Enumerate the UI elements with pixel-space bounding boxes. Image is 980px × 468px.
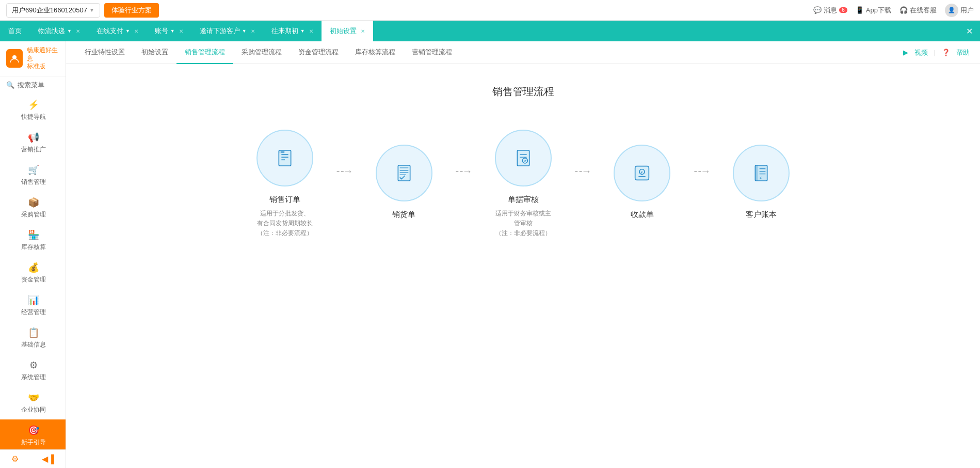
sidebar: 畅康通好生意 标准版 🔍 搜索菜单 ⚡ 快捷导航 📢 营销推广 🛒 销售管理 📦 [0, 41, 66, 468]
flow-steps: 销售订单 适用于分批发货、有合同发货周期较长（注：非必要流程） - -→ [97, 130, 949, 239]
sidebar-item-inventory[interactable]: 🏪 库存核算 [0, 224, 66, 257]
app-download-btn[interactable]: 📱 App下载 [856, 6, 891, 15]
video-label[interactable]: 视频 [914, 48, 928, 57]
flow-step-sales-invoice: 销货单 [358, 145, 451, 224]
flow-step-receipt: ¥ 收款单 [596, 145, 688, 224]
sub-tab-initial-label: 初始设置 [141, 48, 168, 56]
sub-tab-inventory-flow[interactable]: 库存核算流程 [347, 41, 404, 64]
message-badge: 6 [839, 7, 847, 13]
sidebar-logo: 畅康通好生意 标准版 [0, 41, 66, 76]
experience-btn[interactable]: 体验行业方案 [104, 3, 159, 18]
sub-tab-sales-flow-label: 销售管理流程 [185, 48, 225, 56]
tab-logistics-label: 物流快递 [38, 26, 65, 36]
sub-tab-actions: ▶ 视频 | ❓ 帮助 [903, 48, 970, 57]
sidebar-search-label: 搜索菜单 [18, 81, 44, 90]
sidebar-item-label: 基础信息 [21, 340, 46, 349]
logo-line2: 标准版 [27, 63, 59, 71]
tab-payment-label: 在线支付 [97, 26, 123, 36]
sidebar-item-finance[interactable]: 💰 资金管理 [0, 257, 66, 289]
logo-text: 畅康通好生意 标准版 [27, 46, 59, 71]
marketing-icon: 📢 [28, 132, 39, 143]
audit-icon [513, 148, 534, 168]
svg-rect-8 [399, 167, 408, 168]
sidebar-item-system[interactable]: ⚙ 系统管理 [0, 354, 66, 387]
sub-tab-industry[interactable]: 行业特性设置 [76, 41, 133, 64]
sidebar-item-label: 销售管理 [21, 178, 46, 186]
chevron-down-icon: ▼ [300, 28, 305, 34]
sidebar-search-btn[interactable]: 🔍 搜索菜单 [0, 76, 66, 94]
sub-tab-purchase-flow-label: 采购管理流程 [242, 48, 282, 56]
sub-tab-marketing-flow[interactable]: 营销管理流程 [404, 41, 460, 64]
step-circle-2 [376, 145, 432, 201]
sidebar-item-guide[interactable]: 🎯 新手引导 [0, 419, 66, 449]
headset-icon: 🎧 [899, 6, 908, 14]
step-name-4: 收款单 [631, 210, 654, 220]
sidebar-item-label: 营销推广 [21, 145, 46, 154]
step-name-2: 销货单 [392, 210, 415, 220]
tab-period[interactable]: 往来期初 ▼ ✕ [263, 21, 322, 41]
top-bar-left: 用户690企业1660120507 ▼ 体验行业方案 [6, 3, 159, 18]
logo-icon [6, 49, 23, 68]
sidebar-item-operations[interactable]: 📊 经营管理 [0, 289, 66, 322]
svg-text:¥: ¥ [641, 170, 643, 174]
app-download-label: App下载 [866, 6, 891, 15]
nav-tabs: 首页 物流快递 ▼ ✕ 在线支付 ▼ ✕ 账号 ▼ ✕ 邀请下游客户 ▼ ✕ 往… [0, 21, 980, 41]
sidebar-item-basic-info[interactable]: 📋 基础信息 [0, 322, 66, 354]
sidebar-item-enterprise[interactable]: 🤝 企业协同 [0, 387, 66, 419]
sidebar-item-marketing[interactable]: 📢 营销推广 [0, 127, 66, 159]
step-name-3: 单据审核 [508, 195, 539, 205]
sales-order-icon [275, 148, 295, 168]
top-bar-right: 💬 消息 6 📱 App下载 🎧 在线客服 👤 用户 [813, 4, 974, 17]
sidebar-item-purchase[interactable]: 📦 采购管理 [0, 192, 66, 224]
tab-payment[interactable]: 在线支付 ▼ ✕ [88, 21, 147, 41]
settings-icon[interactable]: ⚙ [11, 454, 19, 464]
enterprise-icon: 🤝 [28, 392, 39, 403]
sub-tab-initial[interactable]: 初始设置 [133, 41, 176, 64]
help-label[interactable]: 帮助 [956, 48, 970, 57]
sub-tab-finance-flow[interactable]: 资金管理流程 [290, 41, 347, 64]
sub-tab-inventory-flow-label: 库存核算流程 [355, 48, 395, 56]
step-circle-5: ¥ [733, 145, 790, 201]
tab-account[interactable]: 账号 ▼ ✕ [147, 21, 191, 41]
svg-rect-6 [281, 151, 284, 153]
download-icon: 📱 [856, 6, 864, 14]
tab-initial-setup[interactable]: 初始设置 ✕ [322, 21, 373, 41]
tab-account-label: 账号 [155, 26, 168, 36]
close-icon[interactable]: ✕ [179, 28, 183, 34]
close-icon[interactable]: ✕ [309, 28, 313, 34]
sidebar-item-sales[interactable]: 🛒 销售管理 [0, 159, 66, 192]
close-icon[interactable]: ✕ [361, 28, 365, 34]
flow-title: 销售管理流程 [97, 85, 949, 99]
user-avatar-area[interactable]: 👤 用户 [945, 4, 974, 17]
step-circle-3 [495, 130, 552, 186]
sub-tab-sales-flow[interactable]: 销售管理流程 [176, 41, 233, 64]
tab-home-label: 首页 [8, 26, 22, 36]
tab-invite[interactable]: 邀请下游客户 ▼ ✕ [191, 21, 263, 41]
chevron-down-icon: ▼ [67, 28, 72, 34]
collapse-icon[interactable]: ◀▐ [42, 454, 54, 464]
sub-tab-finance-flow-label: 资金管理流程 [298, 48, 339, 56]
sidebar-item-quick-nav[interactable]: ⚡ 快捷导航 [0, 94, 66, 127]
flow-step-ledger: ¥ 客户账本 [715, 145, 808, 224]
close-icon[interactable]: ✕ [251, 28, 255, 34]
sub-tab-purchase-flow[interactable]: 采购管理流程 [233, 41, 290, 64]
tab-initial-setup-label: 初始设置 [330, 26, 357, 36]
tab-logistics[interactable]: 物流快递 ▼ ✕ [30, 21, 88, 41]
flow-container: 销售管理流程 销售订单 适用于分 [66, 64, 980, 259]
sidebar-item-label: 新手引导 [21, 438, 46, 447]
search-icon: 🔍 [6, 81, 14, 89]
nav-close-all-btn[interactable]: ✕ [959, 21, 980, 41]
user-selector[interactable]: 用户690企业1660120507 ▼ [6, 3, 100, 18]
purchase-icon: 📦 [28, 197, 39, 208]
close-icon[interactable]: ✕ [76, 28, 80, 34]
sidebar-item-label: 库存核算 [21, 243, 46, 252]
chevron-down-icon: ▼ [125, 28, 130, 34]
tab-home[interactable]: 首页 [0, 21, 30, 41]
online-service-btn[interactable]: 🎧 在线客服 [899, 6, 937, 15]
close-icon[interactable]: ✕ [134, 28, 138, 34]
message-btn[interactable]: 💬 消息 6 [813, 6, 847, 15]
svg-rect-23 [756, 165, 758, 181]
step-desc-1: 适用于分批发货、有合同发货周期较长（注：非必要流程） [257, 209, 313, 239]
divider: | [934, 49, 936, 56]
close-all-icon: ✕ [966, 26, 973, 36]
